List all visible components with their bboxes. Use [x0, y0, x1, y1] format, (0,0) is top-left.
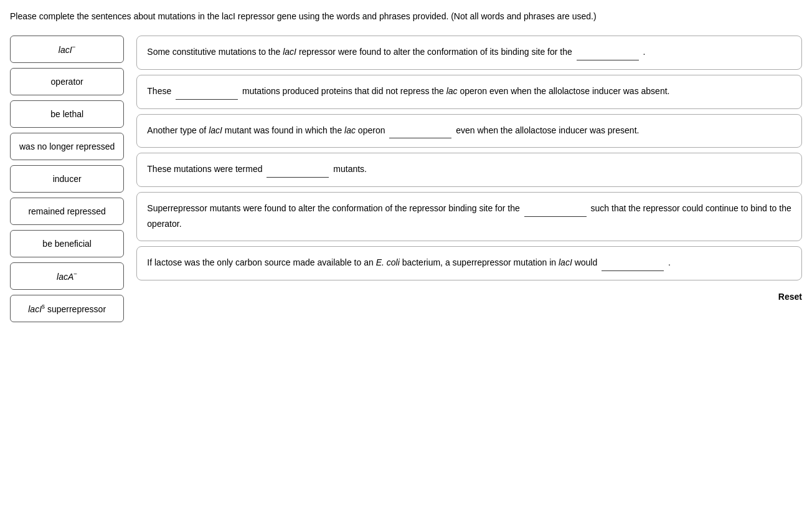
word-item-operator[interactable]: operator	[10, 68, 124, 95]
word-label: was no longer repressed	[19, 141, 115, 151]
main-layout: lacI− operator be lethal was no longer r…	[10, 36, 802, 322]
word-label: remained repressed	[28, 206, 106, 216]
sentence-box-6: If lactose was the only carbon source ma…	[136, 246, 802, 280]
reset-area: Reset	[136, 292, 802, 302]
word-item-was-no-longer-repressed[interactable]: was no longer repressed	[10, 133, 124, 160]
sentence-box-5: Superrepressor mutants were found to alt…	[136, 192, 802, 241]
word-item-lacis-superrepressor[interactable]: lacIs superrepressor	[10, 295, 124, 322]
blank-6[interactable]	[602, 256, 664, 271]
sentence-box-3: Another type of lacI mutant was found in…	[136, 114, 802, 148]
word-item-remained-repressed[interactable]: remained repressed	[10, 198, 124, 225]
word-item-laca-minus[interactable]: lacA−	[10, 262, 124, 290]
blank-4[interactable]	[267, 162, 329, 178]
reset-button[interactable]: Reset	[778, 292, 802, 302]
word-label: be lethal	[50, 109, 83, 119]
sentences-panel: Some constitutive mutations to the lacI …	[136, 36, 802, 302]
word-item-laci-minus[interactable]: lacI−	[10, 36, 124, 63]
blank-5[interactable]	[524, 201, 587, 217]
blank-1[interactable]	[577, 45, 639, 60]
word-item-be-lethal[interactable]: be lethal	[10, 100, 124, 128]
word-label: be beneficial	[42, 239, 92, 249]
sentence-box-4: These mutations were termed mutants.	[136, 153, 802, 187]
word-label: operator	[51, 77, 83, 87]
blank-2[interactable]	[176, 84, 238, 100]
word-item-inducer[interactable]: inducer	[10, 165, 124, 193]
sentence-box-2: These mutations produced proteins that d…	[136, 75, 802, 109]
instructions-text: Please complete the sentences about muta…	[10, 10, 695, 23]
word-item-be-beneficial[interactable]: be beneficial	[10, 230, 124, 257]
blank-3[interactable]	[389, 123, 451, 139]
sentence-box-1: Some constitutive mutations to the lacI …	[136, 36, 802, 70]
word-bank: lacI− operator be lethal was no longer r…	[10, 36, 124, 322]
word-label: inducer	[53, 174, 82, 184]
